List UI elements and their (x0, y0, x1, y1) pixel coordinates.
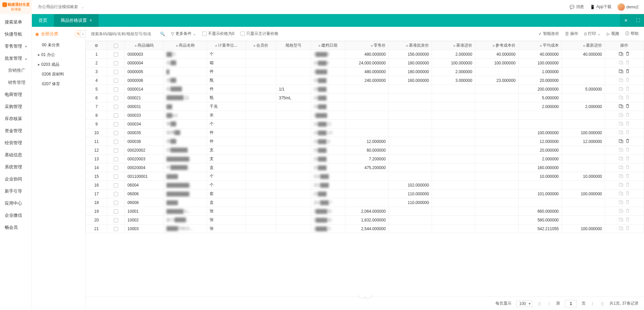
tab-price-settings[interactable]: 商品价格设置 × (54, 14, 99, 27)
sidebar-item[interactable]: 采购管理 (0, 101, 32, 113)
delete-icon[interactable] (625, 165, 630, 170)
sidebar-item[interactable]: 系统管理 (0, 161, 32, 173)
copy-icon[interactable] (619, 208, 623, 214)
col-date[interactable]: ◆建档日期 (311, 41, 345, 50)
table-row[interactable]: 2010002扬力████...张2████051,632.000000580.… (86, 216, 644, 224)
copy-icon[interactable] (619, 95, 623, 101)
main-unit-only-checkbox[interactable]: 只显示主计量价格 (240, 31, 278, 37)
row-checkbox[interactable] (114, 166, 118, 170)
delete-icon[interactable] (625, 78, 630, 83)
copy-icon[interactable] (619, 86, 623, 92)
row-checkbox[interactable] (114, 183, 118, 188)
row-checkbox[interactable] (114, 140, 118, 144)
drag-handle[interactable]: ⌄ (358, 295, 372, 298)
delete-icon[interactable] (625, 156, 630, 162)
app-download-button[interactable]: 📱App下载 (590, 4, 611, 10)
smart-edit-button[interactable]: ✓智能改价 (538, 31, 559, 37)
copy-icon[interactable] (619, 191, 623, 197)
search-input[interactable] (91, 32, 158, 36)
delete-icon[interactable] (625, 173, 630, 179)
sidebar-subitem[interactable]: 销售管理 (0, 76, 32, 89)
help-button[interactable]: ⓘ帮助 (625, 31, 639, 37)
row-checkbox[interactable] (114, 157, 118, 161)
tab-home[interactable]: 首页 (32, 14, 54, 27)
per-page-select[interactable]: 100 (516, 300, 532, 307)
copy-icon[interactable] (619, 182, 623, 188)
first-page-button[interactable]: |⟨ (537, 301, 542, 306)
delete-icon[interactable] (625, 60, 630, 66)
sidebar-item[interactable]: 批发管理▴ (0, 52, 32, 64)
delete-icon[interactable] (625, 208, 630, 214)
delete-icon[interactable] (625, 147, 630, 153)
table-row[interactable]: 10000035玻璃██件20███-13100.000000100.00000… (86, 128, 644, 137)
row-checkbox[interactable] (114, 105, 118, 109)
collapse-panel-button[interactable]: « (80, 30, 86, 38)
sidebar-item[interactable]: 经营管理 (0, 137, 32, 149)
copy-icon[interactable] (619, 139, 623, 144)
copy-icon[interactable] (619, 217, 623, 223)
col-unit[interactable]: ◆计量单位... (207, 41, 246, 50)
row-checkbox[interactable] (114, 87, 118, 92)
delete-icon[interactable] (625, 139, 630, 144)
copy-icon[interactable] (619, 121, 623, 127)
close-icon[interactable]: × (90, 18, 92, 23)
copy-icon[interactable] (619, 200, 623, 205)
category-item[interactable]: ▸01 办公 (35, 50, 82, 60)
table-row[interactable]: 20000004收██箱20███824,000.000000180.00000… (86, 59, 644, 67)
copy-icon[interactable] (619, 112, 623, 118)
col-wholesale[interactable]: ◆基准批发价 (388, 41, 432, 50)
last-page-button[interactable]: ⟩| (599, 301, 605, 306)
col-op[interactable]: 操作 (605, 41, 644, 50)
col-name[interactable]: ◆商品名称 (164, 41, 207, 50)
sidebar-item[interactable]: 库存核算 (0, 113, 32, 125)
col-spec[interactable]: 规格型号 (276, 41, 311, 50)
sidebar-subitem[interactable]: 营销推广 (0, 64, 32, 76)
close-all-tabs-button[interactable]: ✕ (620, 14, 632, 27)
sidebar-item[interactable]: 搜索菜单 (0, 16, 32, 28)
hide-zero-checkbox[interactable]: 不显示价格为0 (202, 31, 234, 37)
print-button[interactable]: ⎙打印⌄ (584, 31, 601, 37)
col-code[interactable]: ◆商品编码 (125, 41, 164, 50)
delete-icon[interactable] (625, 86, 630, 92)
operate-button[interactable]: ☰操作 (565, 31, 578, 37)
delete-icon[interactable] (625, 51, 630, 57)
row-checkbox[interactable] (114, 192, 118, 196)
delete-icon[interactable] (625, 217, 630, 223)
row-checkbox[interactable] (114, 96, 118, 100)
table-row[interactable]: 40000006洗██瓶20███240.000000160.0000003.0… (86, 76, 644, 85)
delete-icon[interactable] (625, 69, 630, 74)
copy-icon[interactable] (619, 78, 623, 83)
row-checkbox[interactable] (114, 70, 118, 74)
search-box[interactable]: 🔍 (91, 32, 165, 36)
copy-icon[interactable] (619, 51, 623, 57)
table-row[interactable]: 8000033██est米2████ (86, 111, 644, 120)
delete-icon[interactable] (625, 226, 630, 231)
table-row[interactable]: 1606004████████..个202███102.000000 (86, 181, 644, 190)
col-purchase[interactable]: ◆基准进价 (432, 41, 475, 50)
table-row[interactable]: 10000003██ 5个2████0480.000000156.0000002… (86, 50, 644, 59)
checkbox-column[interactable] (107, 41, 125, 50)
category-all[interactable]: 全部分类 (41, 31, 58, 37)
table-row[interactable]: 7000031██千克20███2.0000002.000000 (86, 102, 644, 111)
table-row[interactable]: 6000021██████ 品瓶375mL20███5.000000 (86, 94, 644, 102)
table-row[interactable]: 30000005█件2████480.000000180.0000002.000… (86, 67, 644, 76)
sidebar-item[interactable]: 应用中心 (0, 197, 32, 209)
copy-icon[interactable] (619, 226, 623, 231)
category-item[interactable]: 0207 体育 (35, 79, 82, 89)
copy-icon[interactable] (619, 130, 623, 136)
more-filters-button[interactable]: ▽更多条件⌄ (171, 31, 196, 37)
search-icon[interactable]: 🔍 (160, 32, 165, 36)
row-checkbox[interactable] (114, 122, 118, 126)
row-checkbox[interactable] (114, 52, 118, 57)
copy-icon[interactable] (619, 104, 623, 109)
row-checkbox[interactable] (114, 174, 118, 179)
col-member[interactable]: ◆会员价 (246, 41, 276, 50)
table-row[interactable]: 1300020003████████.支20███7.2000002.00000… (86, 155, 644, 163)
col-avgcost[interactable]: ◆平均成本 (518, 41, 561, 50)
table-row[interactable]: 2110003████所称办...张2████ 52,544.000000542… (86, 224, 644, 233)
table-row[interactable]: 1910001██████ A...张2████052,064.00000066… (86, 207, 644, 216)
row-checkbox[interactable] (114, 201, 118, 205)
table-row[interactable]: 50000014杜████件1/120███200.0000005.000000 (86, 85, 644, 94)
table-row[interactable]: 15001100001████个202███10.00000010.000000 (86, 172, 644, 181)
settings-column[interactable]: ⚙ (86, 41, 107, 50)
